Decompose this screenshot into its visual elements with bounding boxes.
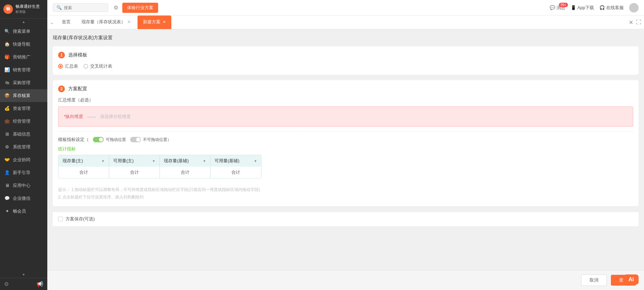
sidebar-item-system[interactable]: ⚙ 系统管理: [0, 141, 47, 153]
settings-icon: ⚙: [4, 144, 10, 150]
sidebar-item-search[interactable]: 🔍 搜索菜单: [0, 25, 47, 38]
bag-icon: 🛍: [4, 80, 10, 86]
gear-icon-topbar[interactable]: ⚙: [114, 4, 118, 11]
undraggable-chip: [130, 137, 141, 142]
hint-2: 2. 点击标题栏下拉可设置排序、插入列和删除列: [58, 194, 633, 201]
stats-col-2[interactable]: 现存量(基辅) ▼: [160, 155, 210, 167]
sidebar-scroll-up[interactable]: ▲: [0, 19, 47, 25]
section-template: 1 选择模板 汇总表 交叉统计表: [53, 46, 639, 75]
avatar[interactable]: [629, 3, 639, 13]
save-scheme-checkbox[interactable]: [58, 217, 63, 221]
sidebar-item-quicknav-label: 快捷导航: [13, 41, 30, 47]
page-title: 现存量(库存状况表)方案设置: [53, 35, 639, 41]
hint-1: 提示： 1.拖动标题栏可以调整布局，不可跨维度或指标区域拖动栏目字段(只能在同一…: [58, 186, 633, 194]
sidebar-item-marketing[interactable]: 🎁 营销推广: [0, 51, 47, 64]
footer-actions: 取消 查询: [47, 270, 644, 290]
sidebar-item-wechat[interactable]: 💬 企业微信: [0, 192, 47, 205]
draggable-label: 可拖动位置: [106, 137, 126, 143]
search-box[interactable]: 🔍: [53, 3, 108, 12]
wechat-icon: 💬: [4, 195, 10, 201]
tab-new-scheme[interactable]: 新建方案 ✕: [138, 16, 171, 29]
hints: 提示： 1.拖动标题栏可以调整布局，不可跨维度或指标区域拖动栏目字段(只能在同一…: [58, 186, 633, 201]
app-download-item[interactable]: 📱 App下载: [571, 5, 594, 11]
stats-col-3[interactable]: 可用量(基辅) ▼: [210, 155, 261, 167]
sidebar-item-quicknav[interactable]: 🏠 快捷导航: [0, 38, 47, 51]
tab-home-label: 首页: [62, 19, 71, 25]
tab-expand-icon[interactable]: ⌄: [50, 20, 54, 25]
sidebar-item-newbie[interactable]: 👤 新手引导: [0, 166, 47, 179]
stats-col-3-label: 可用量(基辅): [215, 158, 240, 164]
messages-item[interactable]: 💬 消息 99+: [550, 5, 565, 11]
stats-col-2-chevron[interactable]: ▼: [203, 159, 206, 163]
gear-footer-icon[interactable]: ⚙: [4, 281, 9, 287]
briefcase-icon: 💼: [4, 118, 10, 124]
app-download-label: App下载: [577, 5, 594, 11]
dimension-label: 汇总维度（必选）: [58, 97, 633, 103]
home-icon: 🏠: [4, 41, 10, 47]
close-window-icon[interactable]: ✕: [629, 19, 633, 26]
app-edition: 标准版: [16, 9, 40, 14]
search-input[interactable]: [64, 5, 104, 10]
monitor-icon: 🖥: [4, 183, 10, 189]
indicator-draggable: 可拖动位置: [93, 137, 126, 143]
person-icon: 👤: [4, 170, 10, 176]
sidebar-item-operation[interactable]: 💼 经营管理: [0, 115, 47, 128]
tab-new-scheme-label: 新建方案: [143, 19, 160, 25]
stats-cell-3: 合计: [210, 167, 261, 178]
expand-window-icon[interactable]: ⛶: [636, 19, 641, 25]
speaker-icon[interactable]: 📢: [36, 281, 43, 287]
message-icon: 💬: [550, 5, 555, 10]
sidebar-item-basic-info[interactable]: ⊞ 基础信息: [0, 128, 47, 141]
trial-button[interactable]: 体验行业方案: [122, 3, 158, 13]
ai-badge[interactable]: Ai: [624, 274, 639, 285]
sidebar-item-purchase[interactable]: 🛍 采购管理: [0, 76, 47, 89]
sidebar-item-finance[interactable]: 💰 资金管理: [0, 102, 47, 115]
tab-inventory-close[interactable]: ✕: [127, 20, 131, 24]
logo-icon: 畅: [3, 4, 13, 14]
sidebar-item-inventory[interactable]: 📦 库存核算: [0, 89, 47, 102]
stats-col-1-label: 可用量(主): [113, 158, 134, 164]
stats-col-0[interactable]: 现存量(主) ▼: [58, 155, 109, 167]
sidebar-item-appcenter-label: 应用中心: [13, 183, 30, 189]
sidebar-item-marketing-label: 营销推广: [13, 54, 30, 60]
dimension-row[interactable]: *纵向维度 —— 请选择分组维度: [58, 106, 633, 127]
vip-icon: ✦: [4, 208, 10, 214]
stats-col-3-chevron[interactable]: ▼: [254, 159, 257, 163]
sidebar-item-sales-label: 销售管理: [13, 67, 30, 73]
sidebar-item-basic-info-label: 基础信息: [13, 131, 30, 137]
stats-cell-2: 合计: [160, 167, 210, 178]
tab-inventory[interactable]: 现存量（库存状况表） ✕: [76, 16, 136, 29]
online-service-item[interactable]: 🎧 在线客服: [599, 5, 624, 11]
dimension-placeholder: 请选择分组维度: [100, 114, 131, 120]
sidebar-item-purchase-label: 采购管理: [13, 80, 30, 86]
sidebar-footer: ⚙ 📢: [0, 278, 47, 290]
stats-col-1-chevron[interactable]: ▼: [152, 159, 155, 163]
section1-title: 选择模板: [68, 52, 87, 58]
tab-new-scheme-close[interactable]: ✕: [163, 20, 166, 24]
sidebar-scroll-down[interactable]: ▼: [0, 271, 47, 278]
stats-col-0-chevron[interactable]: ▼: [101, 159, 105, 163]
stats-table-body: 合计 合计 合计 合计: [58, 167, 261, 178]
radio-cross-table[interactable]: 交叉统计表: [83, 63, 112, 69]
tab-home[interactable]: 首页: [56, 16, 76, 29]
stats-col-1[interactable]: 可用量(主) ▼: [109, 155, 160, 167]
dimension-dash: ——: [87, 114, 96, 119]
sidebar-item-vip[interactable]: ✦ 畅会员: [0, 205, 47, 218]
topbar-right: 💬 消息 99+ 📱 App下载 🎧 在线客服: [550, 3, 639, 13]
sidebar-item-sales[interactable]: 📊 销售管理: [0, 64, 47, 76]
stats-col-0-label: 现存量(主): [63, 158, 83, 164]
handshake-icon: 🤝: [4, 157, 10, 163]
cancel-button[interactable]: 取消: [581, 274, 607, 286]
stats-cell-0: 合计: [58, 167, 109, 178]
money-icon: 💰: [4, 105, 10, 112]
save-scheme-row: 方案保存(可选): [53, 212, 639, 226]
indicator-settings: 模板指标设定（ 可拖动位置 不可拖动位置）: [58, 137, 633, 143]
section-config: 2 方案配置 汇总维度（必选） *纵向维度 —— 请选择分组维度 模板指标设定（…: [53, 80, 639, 206]
sidebar-logo: 畅 畅康通好生意 标准版: [0, 0, 47, 19]
sidebar-item-collab[interactable]: 🤝 企业协同: [0, 153, 47, 166]
radio-summary-table[interactable]: 汇总表: [58, 63, 78, 69]
sidebar: 畅 畅康通好生意 标准版 ▲ 🔍 搜索菜单 🏠 快捷导航 🎁 营销推广 📊 销售…: [0, 0, 47, 290]
gift-icon: 🎁: [4, 54, 10, 60]
sidebar-item-appcenter[interactable]: 🖥 应用中心: [0, 179, 47, 192]
sidebar-item-collab-label: 企业协同: [13, 157, 30, 163]
